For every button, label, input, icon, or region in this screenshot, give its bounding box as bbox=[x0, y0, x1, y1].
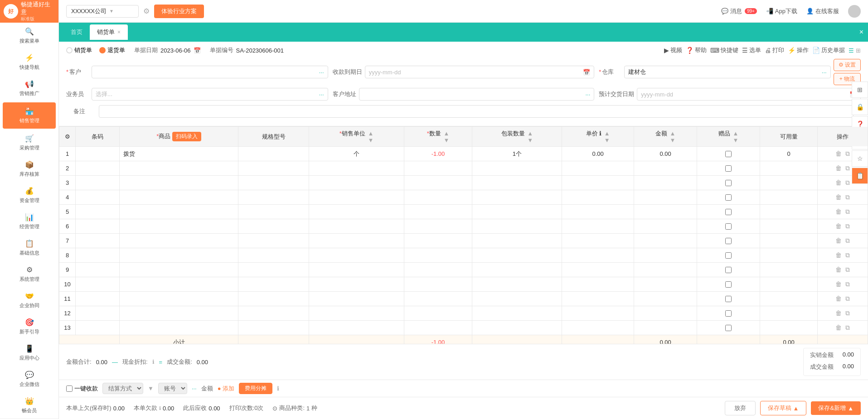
avatar[interactable] bbox=[848, 5, 861, 18]
copy-icon[interactable]: ⧉ bbox=[845, 295, 850, 303]
video-btn[interactable]: ▶ 视频 bbox=[664, 46, 682, 54]
copy-icon[interactable]: ⧉ bbox=[845, 179, 850, 187]
one-click-checkbox[interactable] bbox=[66, 385, 73, 392]
sidebar-item-wechat[interactable]: 💬 企业微信 bbox=[0, 366, 58, 392]
sidebar-item-marketing[interactable]: 📢 营销推广 bbox=[0, 75, 58, 101]
radio-sales[interactable]: 销货单 bbox=[66, 46, 92, 54]
help-btn[interactable]: ❓ 帮助 bbox=[686, 46, 707, 54]
trial-button[interactable]: 体验行业方案 bbox=[154, 5, 204, 18]
sidebar-item-quick-nav[interactable]: ⚡ 快捷导航 bbox=[0, 49, 58, 75]
delete-icon[interactable]: 🗑 bbox=[835, 164, 842, 172]
float-btn-5[interactable]: ☆ bbox=[852, 150, 868, 167]
scan-button[interactable]: 扫码录入 bbox=[172, 132, 201, 141]
warehouse-input[interactable]: 建材仓 ··· bbox=[624, 66, 830, 78]
copy-icon[interactable]: ⧉ bbox=[845, 324, 850, 332]
app-download-button[interactable]: 📲 App下载 bbox=[766, 7, 797, 15]
gift-checkbox-9[interactable] bbox=[725, 267, 732, 273]
gift-checkbox-2[interactable] bbox=[725, 165, 732, 172]
gift-checkbox-5[interactable] bbox=[725, 209, 732, 215]
select-doc-btn[interactable]: ☰ 选单 bbox=[742, 46, 761, 54]
sidebar-item-basic-info[interactable]: 📋 基础信息 bbox=[0, 235, 58, 261]
account-select[interactable]: 账号 bbox=[158, 383, 187, 394]
gear-button[interactable]: ⚙ bbox=[143, 7, 150, 15]
address-dots-icon[interactable]: ··· bbox=[585, 91, 590, 98]
remarks-input[interactable] bbox=[99, 105, 853, 118]
online-service-button[interactable]: 👤 在线客服 bbox=[806, 7, 839, 15]
copy-icon[interactable]: ⧉ bbox=[845, 222, 850, 230]
sidebar-item-app-center[interactable]: 📱 应用中心 bbox=[0, 340, 58, 366]
salesperson-dots-icon[interactable]: ··· bbox=[319, 91, 324, 98]
operation-btn[interactable]: ⚡ 操作 bbox=[788, 46, 809, 54]
float-btn-1[interactable]: ⊞ bbox=[852, 82, 868, 98]
shortcut-btn[interactable]: ⌨ 快捷键 bbox=[710, 46, 738, 54]
window-close-icon[interactable]: × bbox=[859, 28, 863, 36]
account-dots-icon[interactable]: ··· bbox=[192, 385, 197, 392]
gift-checkbox-10[interactable] bbox=[725, 281, 732, 288]
sidebar-item-enterprise[interactable]: 🤝 企业协同 bbox=[0, 287, 58, 313]
warehouse-dots-icon[interactable]: ··· bbox=[822, 69, 827, 76]
delete-icon[interactable]: 🗑 bbox=[835, 179, 842, 187]
copy-icon[interactable]: ⧉ bbox=[845, 164, 850, 172]
history-btn[interactable]: 📄 历史单据 bbox=[812, 46, 845, 54]
sidebar-item-member[interactable]: 👑 畅会员 bbox=[0, 392, 58, 419]
gift-checkbox-12[interactable] bbox=[725, 310, 732, 317]
copy-icon[interactable]: ⧉ bbox=[845, 208, 850, 216]
salesperson-input[interactable]: 选择... ··· bbox=[92, 88, 328, 101]
delete-row-icon[interactable]: 🗑 bbox=[835, 150, 842, 158]
column-settings-icon[interactable]: ⚙ bbox=[65, 133, 70, 140]
tab-home[interactable]: 首页 bbox=[63, 24, 90, 40]
delete-icon[interactable]: 🗑 bbox=[835, 295, 842, 303]
discard-button[interactable]: 放弃 bbox=[725, 401, 756, 415]
th-settings[interactable]: ⚙ bbox=[59, 127, 76, 147]
settlement-method-select[interactable]: 结算方式 bbox=[102, 383, 143, 394]
copy-icon[interactable]: ⧉ bbox=[845, 193, 850, 201]
delete-icon[interactable]: 🗑 bbox=[835, 208, 842, 216]
sidebar-item-operations[interactable]: 📊 经营管理 bbox=[0, 208, 58, 235]
customer-address-input[interactable]: ··· bbox=[359, 88, 595, 101]
expense-split-button[interactable]: 费用分摊 bbox=[239, 383, 272, 394]
customer-input[interactable]: ··· bbox=[92, 66, 328, 78]
copy-icon[interactable]: ⧉ bbox=[845, 280, 850, 288]
delete-icon[interactable]: 🗑 bbox=[835, 266, 842, 274]
sidebar-item-search[interactable]: 🔍 搜索菜单 bbox=[0, 23, 58, 49]
due-date-input[interactable]: yyyy-mm-dd 📅 bbox=[365, 66, 595, 78]
tab-close-icon[interactable]: × bbox=[117, 29, 121, 35]
copy-icon[interactable]: ⧉ bbox=[845, 251, 850, 259]
save-draft-button[interactable]: 保存草稿 ▲ bbox=[760, 401, 807, 415]
copy-icon[interactable]: ⧉ bbox=[845, 237, 850, 245]
sidebar-item-purchase[interactable]: 🛒 采购管理 bbox=[0, 130, 58, 156]
customer-dots-icon[interactable]: ··· bbox=[319, 69, 324, 76]
sidebar-item-guide[interactable]: 🎯 新手引导 bbox=[0, 313, 58, 340]
grid-view-icon[interactable]: ⊞ bbox=[856, 47, 861, 54]
save-new-button[interactable]: 保存&新增 ▲ bbox=[811, 401, 861, 415]
gift-checkbox-11[interactable] bbox=[725, 296, 732, 302]
sidebar-item-finance[interactable]: 💰 资金管理 bbox=[0, 182, 58, 208]
delete-icon[interactable]: 🗑 bbox=[835, 193, 842, 201]
list-view-icon[interactable]: ☰ bbox=[849, 47, 854, 54]
copy-row-icon[interactable]: ⧉ bbox=[845, 150, 850, 158]
delete-icon[interactable]: 🗑 bbox=[835, 251, 842, 259]
print-btn[interactable]: 🖨 打印 bbox=[765, 46, 784, 54]
gift-checkbox-8[interactable] bbox=[725, 252, 732, 259]
gift-checkbox-4[interactable] bbox=[725, 194, 732, 201]
delete-icon[interactable]: 🗑 bbox=[835, 237, 842, 245]
company-select[interactable]: XXXXXX公司 ▼ bbox=[66, 5, 139, 18]
copy-icon[interactable]: ⧉ bbox=[845, 309, 850, 317]
delete-icon[interactable]: 🗑 bbox=[835, 280, 842, 288]
radio-return[interactable]: 退货单 bbox=[99, 46, 125, 54]
float-btn-6[interactable]: 📋 bbox=[852, 168, 868, 184]
copy-icon[interactable]: ⧉ bbox=[845, 266, 850, 274]
delete-icon[interactable]: 🗑 bbox=[835, 324, 842, 332]
delete-icon[interactable]: 🗑 bbox=[835, 222, 842, 230]
settings-button[interactable]: ⚙ 设置 bbox=[834, 59, 861, 71]
calendar-icon[interactable]: 📅 bbox=[194, 47, 201, 54]
add-button[interactable]: ● 添加 bbox=[218, 385, 234, 393]
sidebar-item-system[interactable]: ⚙ 系统管理 bbox=[0, 261, 58, 287]
gift-checkbox-3[interactable] bbox=[725, 180, 732, 186]
sidebar-item-sales[interactable]: 🏪 销售管理 bbox=[3, 102, 56, 129]
float-btn-2[interactable]: 🔒 bbox=[852, 99, 868, 115]
gift-checkbox-13[interactable] bbox=[725, 325, 732, 331]
delete-icon[interactable]: 🗑 bbox=[835, 309, 842, 317]
due-date-calendar-icon[interactable]: 📅 bbox=[583, 69, 590, 76]
gift-checkbox-7[interactable] bbox=[725, 238, 732, 244]
